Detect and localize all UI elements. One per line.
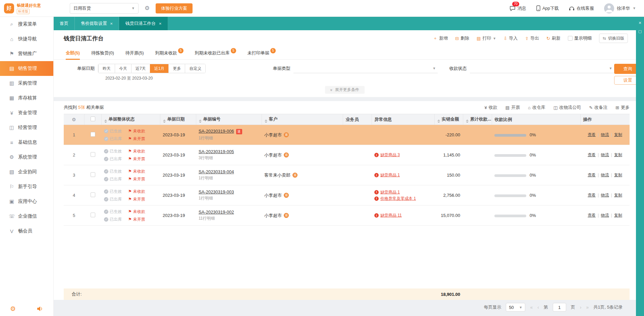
logistics-link[interactable]: 物流 <box>601 193 609 197</box>
date-quick-option[interactable]: 更多 <box>168 64 185 73</box>
date-quick-option[interactable]: 近1月 <box>150 64 169 73</box>
gear-icon[interactable]: ⚙ <box>145 5 150 12</box>
row-checkbox[interactable] <box>91 213 95 217</box>
filter-tab[interactable]: 待拣验货(0) <box>91 46 114 60</box>
column-header[interactable]: 客户 <box>262 114 343 125</box>
doc-number-link[interactable]: SA-20230319-002 <box>199 210 234 215</box>
customer-name[interactable]: 小李超市 <box>264 132 282 138</box>
view-link[interactable]: 查看 <box>588 213 596 218</box>
filter-tab[interactable]: 到期未收款 5 <box>155 46 183 60</box>
column-header[interactable]: 操作 <box>580 114 630 125</box>
customer-name[interactable]: 客常来小卖部 <box>264 172 290 178</box>
user-menu[interactable]: 徐泽华 ▼ <box>604 3 636 13</box>
column-header[interactable]: 收款比例 <box>492 114 580 125</box>
date-quick-option[interactable]: 自定义 <box>185 64 205 73</box>
date-range-value[interactable]: 2023-02-20 至 2023-03-20 <box>105 76 206 81</box>
filter-tab[interactable]: 待开票(5) <box>125 46 144 60</box>
pay-status-select[interactable]: ▼ <box>470 64 614 73</box>
select-all-header[interactable] <box>84 114 101 125</box>
document-tab[interactable]: 售价提取设置 ✕ <box>75 17 119 30</box>
next-page-icon[interactable]: › <box>580 305 582 310</box>
toolbar-action-button[interactable]: ▤ 打印 ▼ <box>477 35 496 41</box>
tab-close-icon[interactable]: ✕ <box>110 22 113 26</box>
fullscreen-icon[interactable]: ▢ <box>638 29 642 34</box>
view-link[interactable]: 查看 <box>588 193 596 197</box>
close-icon[interactable]: ✕ <box>638 21 641 25</box>
filter-tab[interactable]: 全部(5) <box>66 46 80 60</box>
expand-more-button[interactable]: » 展开更多条件 <box>325 86 365 94</box>
customer-name[interactable]: 小李超市 <box>264 192 282 198</box>
date-quick-option[interactable]: 今天 <box>115 64 131 73</box>
date-quick-option[interactable]: 昨天 <box>98 64 115 73</box>
table-row[interactable]: 3 ✓已生效 ⚑未收款 ✓已出库 ⚑未开票 2023-03-19 <box>64 165 630 185</box>
filter-tab[interactable]: 未打印单据 5 <box>248 46 276 60</box>
category-select[interactable]: 日用百货 ▼ <box>70 3 139 14</box>
industry-plan-button[interactable]: 体验行业方案 <box>156 3 193 13</box>
sidebar-item[interactable]: ◫ 经营管理 <box>0 120 53 135</box>
copy-link[interactable]: 复制 <box>614 152 622 157</box>
sort-icon[interactable] <box>437 120 440 123</box>
sidebar-item[interactable]: ⚑ 营销推广 <box>0 46 53 61</box>
table-row[interactable]: 4 ✓已生效 ⚑未收款 ✓已出库 ⚑未开票 2023-03-19 <box>64 185 630 206</box>
doc-number-link[interactable]: SA-20230319-006 <box>199 129 234 134</box>
view-link[interactable]: 查看 <box>588 173 596 177</box>
logistics-link[interactable]: 物流 <box>601 213 609 218</box>
batch-action-button[interactable]: ▤ 开票 <box>505 104 520 110</box>
select-all-checkbox[interactable] <box>91 117 95 121</box>
doc-number-link[interactable]: SA-20230319-004 <box>199 169 234 174</box>
announcement-speaker-icon[interactable] <box>37 306 43 311</box>
exception-link[interactable]: 缺货商品 1 <box>380 172 400 178</box>
document-tab[interactable]: 首页 ✕ <box>54 17 75 30</box>
copy-link[interactable]: 复制 <box>614 213 622 218</box>
copy-link[interactable]: 复制 <box>614 132 622 137</box>
toolbar-action-button[interactable]: ⊟ 删除 ▼ <box>455 35 469 41</box>
view-link[interactable]: 查看 <box>588 132 596 137</box>
column-header[interactable]: 异常信息 <box>372 114 434 125</box>
customer-name[interactable]: 小李超市 <box>264 152 282 158</box>
gear-icon[interactable]: ⚙ <box>72 117 76 122</box>
row-checkbox[interactable] <box>91 152 95 157</box>
table-row[interactable]: 5 ✓已生效 ⚑未收款 ✓已出库 ⚑未开票 2023-03-19 <box>64 206 630 226</box>
doc-type-select[interactable]: ▼ <box>293 64 438 73</box>
sort-icon[interactable] <box>104 120 107 123</box>
logistics-link[interactable]: 物流 <box>601 132 609 137</box>
column-header[interactable]: 单据日期 <box>160 114 196 125</box>
batch-action-button[interactable]: ⌂ 改仓库 <box>528 104 545 110</box>
batch-action-button[interactable]: ✎ 改备注 <box>589 104 607 110</box>
sidebar-item[interactable]: ⚐ 新手引导 <box>0 179 53 194</box>
sidebar-item[interactable]: ⚙ 系统管理 <box>0 150 53 165</box>
last-page-icon[interactable]: » <box>586 305 589 310</box>
prev-page-icon[interactable]: ‹ <box>537 305 539 310</box>
toolbar-action-button[interactable]: ＋ 新增 ▼ <box>433 35 448 41</box>
row-checkbox[interactable] <box>91 172 95 177</box>
batch-action-button[interactable]: ⊞ 更多 <box>615 104 630 110</box>
sidebar-item[interactable]: ▤ 销售管理 <box>0 61 53 76</box>
exception-link[interactable]: 缺货商品 11 <box>380 213 402 218</box>
document-tab[interactable]: 钱货日清工作台 ✕ <box>119 17 168 30</box>
logistics-link[interactable]: 物流 <box>601 152 609 157</box>
switch-old-version-button[interactable]: ⇆ 切换旧版 <box>599 34 628 43</box>
doc-number-link[interactable]: SA-20230319-005 <box>199 149 234 154</box>
column-header[interactable]: 业务员 <box>343 114 372 125</box>
date-quick-option[interactable]: 近7天 <box>131 64 150 73</box>
sort-icon[interactable] <box>199 120 202 123</box>
sidebar-item[interactable]: ⌕ 搜索菜单 <box>0 17 53 32</box>
toolbar-action-button[interactable]: ↻ 刷新 ▼ <box>546 35 560 41</box>
row-checkbox[interactable] <box>91 192 95 197</box>
customer-name[interactable]: 小李超市 <box>264 213 282 219</box>
sidebar-item[interactable]: ☏ 企业微信 <box>0 209 53 224</box>
column-header[interactable]: 累计收款... <box>463 114 492 125</box>
table-row[interactable]: 1 ✓已生效 ⚑未收款 ✓已出库 ⚑未开票 2023-03-19 <box>64 125 630 145</box>
sidebar-item[interactable]: ▧ 企业协同 <box>0 165 53 179</box>
doc-number-link[interactable]: SA-20230319-003 <box>199 189 234 194</box>
sidebar-item[interactable]: ⌂ 快捷导航 <box>0 32 53 46</box>
sidebar-item[interactable]: ▥ 采购管理 <box>0 76 53 91</box>
sort-icon[interactable] <box>466 120 469 123</box>
column-settings-header[interactable]: ⚙ <box>64 114 84 125</box>
show-detail-toggle[interactable]: 显示明细 <box>568 35 592 41</box>
first-page-icon[interactable]: « <box>530 305 533 310</box>
sidebar-item[interactable]: ≡ 基础信息 <box>0 135 53 150</box>
toolbar-action-button[interactable]: ⇩ 导入 ▼ <box>503 35 518 41</box>
toolbar-action-button[interactable]: ⇧ 导出 ▼ <box>525 35 539 41</box>
batch-action-button[interactable]: ¥ 收款 <box>485 104 497 110</box>
